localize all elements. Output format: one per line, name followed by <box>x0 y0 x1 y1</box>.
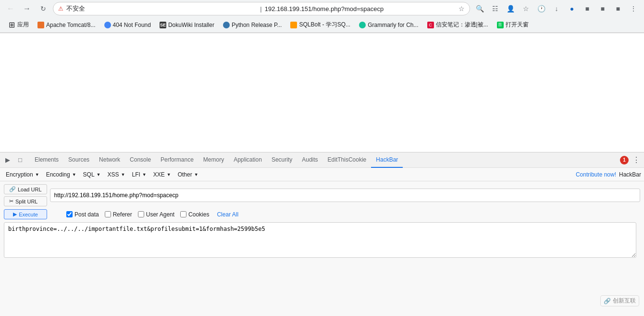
extensions-icon[interactable]: ☷ <box>488 2 502 15</box>
address-url: 192.168.199.151/home.php?mod=spacecp <box>265 5 456 13</box>
xinjian-icon: C <box>427 22 434 28</box>
xss-menu[interactable]: XSS ▼ <box>105 170 128 179</box>
lock-icon: ⚠ <box>58 5 63 12</box>
execute-button[interactable]: ▶ Execute <box>4 209 47 219</box>
sqlbolt-label: SQLBolt - 学习SQ... <box>299 21 350 29</box>
apps-label: 应用 <box>17 21 29 29</box>
tab-sources[interactable]: Sources <box>63 152 94 168</box>
main-content <box>0 33 644 152</box>
lfi-menu[interactable]: LFI ▼ <box>129 170 149 179</box>
tianyi-label: 打开天窗 <box>506 21 529 29</box>
search-icon[interactable]: 🔍 <box>473 2 486 15</box>
other-menu[interactable]: Other ▼ <box>175 170 201 179</box>
split-url-button[interactable]: ✂ Split URL <box>4 196 47 206</box>
history-icon[interactable]: 🕐 <box>534 2 548 15</box>
contribute-link[interactable]: Contribute now! <box>576 171 616 178</box>
color-icon[interactable]: ● <box>565 2 579 15</box>
reload-button[interactable]: ↻ <box>37 2 50 15</box>
useragent-checkbox[interactable] <box>138 211 144 217</box>
devtools-pointer-icon[interactable]: ▶ <box>2 154 13 166</box>
hackbar-toolbar: Encryption ▼ Encoding ▼ SQL ▼ XSS ▼ LFI … <box>0 168 644 181</box>
bookmark-apps[interactable]: ⊞ 应用 <box>4 20 33 30</box>
referer-checkbox-label[interactable]: Referer <box>105 211 132 218</box>
watermark-icon: 🔗 <box>604 298 611 304</box>
dokuwiki-icon: SE <box>160 22 166 28</box>
bookmark-grammarly[interactable]: Grammarly for Ch... <box>355 21 422 29</box>
load-icon: 🔗 <box>9 186 16 192</box>
devtools-right-controls: 1 ⋮ <box>620 154 642 166</box>
forward-button[interactable]: → <box>20 2 34 15</box>
bookmark-sqlbolt[interactable]: SQLBolt - 学习SQ... <box>286 20 354 30</box>
bookmark-icon[interactable]: ☆ <box>519 2 533 15</box>
ext2-icon[interactable]: ■ <box>596 2 609 15</box>
address-separator: | <box>260 5 261 13</box>
xxe-arrow-icon: ▼ <box>167 172 171 177</box>
encryption-menu[interactable]: Encryption ▼ <box>3 170 42 179</box>
apps-icon: ⊞ <box>8 21 15 29</box>
xss-label: XSS <box>108 171 119 178</box>
devtools-more-button[interactable]: ⋮ <box>631 154 642 166</box>
error-badge: 1 <box>620 156 629 164</box>
useragent-checkbox-label[interactable]: User Agent <box>138 211 174 218</box>
bookmark-dokuwiki[interactable]: SE DokuWiki Installer <box>156 21 218 29</box>
bookmark-xinjian[interactable]: C 信安笔记：渗透|被... <box>423 20 492 30</box>
tab-elements[interactable]: Elements <box>30 152 63 168</box>
encoding-label: Encoding <box>46 171 70 178</box>
load-url-button[interactable]: 🔗 Load URL <box>4 184 47 194</box>
xxe-menu[interactable]: XXE ▼ <box>150 170 174 179</box>
postdata-checkbox-label[interactable]: Post data <box>66 211 99 218</box>
watermark: 🔗 创新互联 <box>600 295 639 306</box>
user-icon[interactable]: 👤 <box>504 2 517 15</box>
post-data-textarea[interactable] <box>4 222 636 258</box>
bookmark-tomcat[interactable]: Apache Tomcat/8... <box>34 21 99 29</box>
tab-hackbar[interactable]: HackBar <box>371 152 403 168</box>
lfi-arrow-icon: ▼ <box>142 172 147 177</box>
referer-checkbox[interactable] <box>105 211 111 217</box>
tomcat-label: Apache Tomcat/8... <box>46 22 96 28</box>
devtools-tab-bar: ▶ □ Elements Sources Network Console Per… <box>0 152 644 168</box>
tab-editthiscookie[interactable]: EditThisCookie <box>323 152 372 168</box>
devtools-side-icons: ▶ □ <box>2 154 26 166</box>
xxe-label: XXE <box>153 171 165 178</box>
tab-console[interactable]: Console <box>125 152 156 168</box>
xinjian-label: 信安笔记：渗透|被... <box>436 21 488 29</box>
url-input[interactable] <box>50 189 640 202</box>
tab-audits[interactable]: Audits <box>297 152 322 168</box>
sqlbolt-icon <box>290 22 297 28</box>
tab-security[interactable]: Security <box>267 152 297 168</box>
encoding-arrow-icon: ▼ <box>72 172 76 177</box>
options-row: Post data Referer User Agent Cookies Cle… <box>66 210 238 219</box>
referer-label: Referer <box>113 211 132 218</box>
sql-menu[interactable]: SQL ▼ <box>80 170 104 179</box>
bookmark-bar: ⊞ 应用 Apache Tomcat/8... 404 Not Found SE… <box>0 17 644 33</box>
encoding-menu[interactable]: Encoding ▼ <box>43 170 79 179</box>
back-button[interactable]: ← <box>4 2 17 15</box>
tab-performance[interactable]: Performance <box>156 152 198 168</box>
address-bar[interactable]: ⚠ 不安全 | 192.168.199.151/home.php?mod=spa… <box>53 2 470 15</box>
postdata-checkbox[interactable] <box>66 211 73 217</box>
bookmark-tianyi[interactable]: 首 打开天窗 <box>493 20 533 30</box>
watermark-box: 🔗 创新互联 <box>600 295 639 306</box>
lfi-label: LFI <box>132 171 140 178</box>
tab-network[interactable]: Network <box>94 152 125 168</box>
ext3-icon[interactable]: ■ <box>611 2 625 15</box>
notfound-icon <box>104 22 111 28</box>
ext1-icon[interactable]: ■ <box>581 2 594 15</box>
cookies-checkbox-label[interactable]: Cookies <box>180 211 209 218</box>
postdata-label: Post data <box>74 211 99 218</box>
bookmark-star-icon[interactable]: ☆ <box>458 5 465 13</box>
bookmark-python[interactable]: Python Release P... <box>219 21 286 29</box>
bookmark-404[interactable]: 404 Not Found <box>100 21 155 29</box>
devtools-tabs: Elements Sources Network Console Perform… <box>30 152 620 168</box>
other-label: Other <box>178 171 192 178</box>
download-icon[interactable]: ↓ <box>550 2 563 15</box>
tab-application[interactable]: Application <box>229 152 267 168</box>
split-icon: ✂ <box>9 198 13 204</box>
execute-row: ▶ Execute Post data Referer User Agent <box>4 209 640 219</box>
devtools-inspect-icon[interactable]: □ <box>14 154 26 166</box>
clear-all-link[interactable]: Clear All <box>217 211 238 218</box>
tab-memory[interactable]: Memory <box>198 152 229 168</box>
devtools-panel: ▶ □ Elements Sources Network Console Per… <box>0 152 644 316</box>
more-icon[interactable]: ⋮ <box>627 2 640 15</box>
cookies-checkbox[interactable] <box>180 211 186 217</box>
